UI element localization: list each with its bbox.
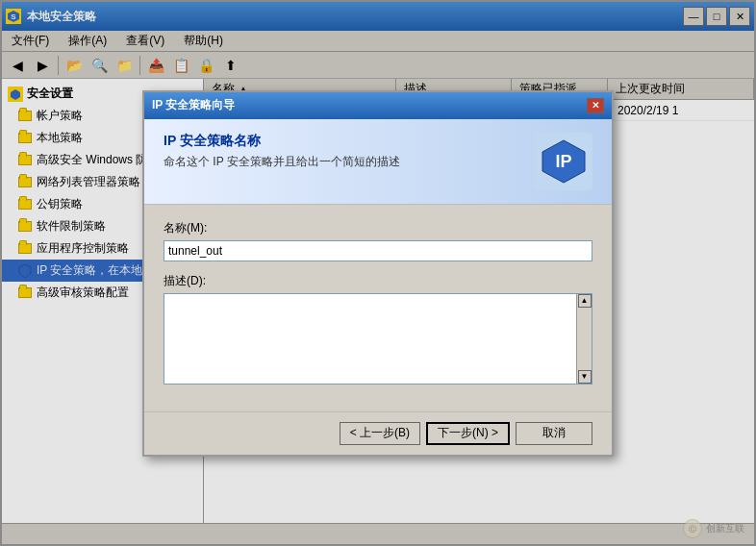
- name-input[interactable]: [164, 240, 592, 261]
- cancel-button[interactable]: 取消: [516, 422, 592, 445]
- desc-textarea-wrapper: ▲ ▼: [164, 293, 592, 385]
- back-button[interactable]: < 上一步(B): [340, 422, 420, 445]
- dialog-banner-icon: IP: [535, 133, 592, 190]
- desc-label: 描述(D):: [164, 273, 592, 289]
- dialog: IP 安全策略向导 ✕ IP 安全策略名称 命名这个 IP 安全策略并且给出一个…: [142, 90, 614, 457]
- dialog-body: IP 安全策略名称 命名这个 IP 安全策略并且给出一个简短的描述 IP 名称(…: [144, 119, 612, 411]
- dialog-close-button[interactable]: ✕: [587, 98, 604, 113]
- dialog-overlay: IP 安全策略向导 ✕ IP 安全策略名称 命名这个 IP 安全策略并且给出一个…: [0, 0, 756, 546]
- name-field-group: 名称(M):: [164, 220, 592, 261]
- dialog-section-subtitle: 命名这个 IP 安全策略并且给出一个简短的描述: [164, 154, 519, 170]
- dialog-title-bar: IP 安全策略向导 ✕: [144, 92, 612, 119]
- scrollbar-up-btn[interactable]: ▲: [578, 294, 592, 308]
- desc-field-group: 描述(D): ▲ ▼: [164, 273, 592, 385]
- dialog-section-title: IP 安全策略名称: [164, 133, 519, 150]
- dialog-title: IP 安全策略向导: [152, 97, 587, 113]
- next-button[interactable]: 下一步(N) >: [426, 422, 510, 445]
- desc-textarea[interactable]: [164, 294, 576, 381]
- dialog-footer: < 上一步(B) 下一步(N) > 取消: [144, 411, 612, 455]
- svg-text:IP: IP: [555, 152, 571, 171]
- scrollbar-thumb: [578, 308, 592, 370]
- name-label: 名称(M):: [164, 220, 592, 236]
- scrollbar-down-btn[interactable]: ▼: [578, 370, 592, 384]
- textarea-scrollbar: ▲ ▼: [576, 294, 592, 384]
